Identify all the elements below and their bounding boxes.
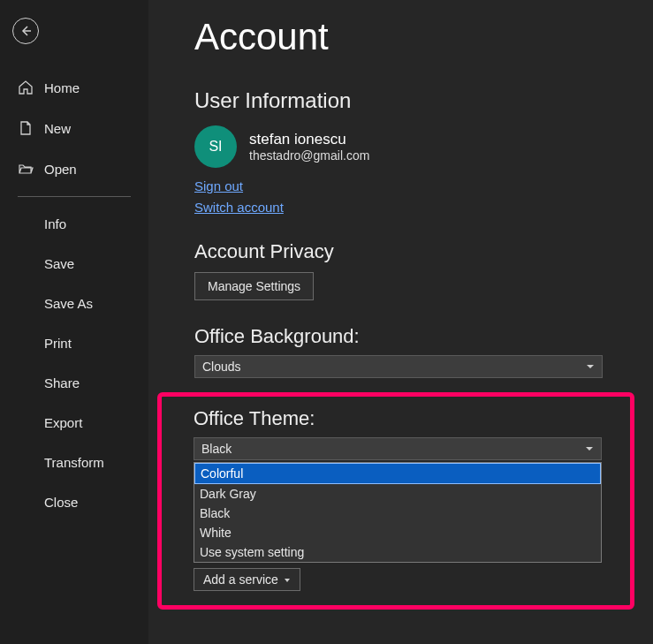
sidebar-item-label: Info xyxy=(44,216,66,231)
office-theme-options-list: Colorful Dark Gray Black White Use syste… xyxy=(194,462,602,563)
chevron-down-icon xyxy=(586,362,595,371)
office-background-dropdown[interactable]: Clouds xyxy=(194,355,603,378)
chevron-down-icon xyxy=(284,572,291,587)
sidebar-item-export[interactable]: Export xyxy=(0,403,148,443)
sign-out-link[interactable]: Sign out xyxy=(194,178,243,193)
main-content: Account User Information SI stefan iones… xyxy=(148,0,653,644)
sidebar-item-home[interactable]: Home xyxy=(0,67,148,108)
add-service-label: Add a service xyxy=(203,572,278,587)
back-arrow-icon xyxy=(19,24,33,38)
sidebar-item-new[interactable]: New xyxy=(0,108,148,148)
office-background-label: Office Background: xyxy=(194,325,653,348)
sidebar-item-transform[interactable]: Transform xyxy=(0,443,148,482)
sidebar-separator xyxy=(18,196,131,197)
sidebar-item-label: Share xyxy=(44,375,80,390)
office-theme-highlight: Office Theme: Black Colorful Dark Gray B… xyxy=(157,392,634,610)
sidebar-item-open[interactable]: Open xyxy=(0,148,148,189)
user-email: thestadro@gmail.com xyxy=(249,148,369,163)
sidebar-item-label: Save xyxy=(44,256,74,271)
theme-option-white[interactable]: White xyxy=(194,523,601,542)
office-theme-selected: Black xyxy=(201,442,232,456)
office-theme-dropdown[interactable]: Black xyxy=(194,437,602,460)
sidebar-item-share[interactable]: Share xyxy=(0,363,148,403)
chevron-down-icon xyxy=(585,444,594,453)
sidebar-item-save[interactable]: Save xyxy=(0,244,148,284)
sidebar-item-close[interactable]: Close xyxy=(0,482,148,522)
office-background-selected: Clouds xyxy=(202,360,241,374)
office-theme-label: Office Theme: xyxy=(194,407,616,430)
user-name: stefan ionescu xyxy=(249,131,369,148)
sidebar-item-label: Open xyxy=(44,162,77,177)
sidebar: Home New Open Info Save Save As Print xyxy=(0,0,148,644)
sidebar-item-label: Transform xyxy=(44,455,104,470)
avatar: SI xyxy=(194,125,237,168)
user-info-heading: User Information xyxy=(194,88,653,113)
sidebar-item-save-as[interactable]: Save As xyxy=(0,284,148,323)
manage-settings-button[interactable]: Manage Settings xyxy=(194,272,314,300)
switch-account-link[interactable]: Switch account xyxy=(194,200,284,215)
theme-option-dark-gray[interactable]: Dark Gray xyxy=(194,484,601,504)
theme-option-black[interactable]: Black xyxy=(194,504,601,523)
account-privacy-heading: Account Privacy xyxy=(194,240,653,263)
sidebar-item-label: Save As xyxy=(44,296,93,311)
sidebar-item-info[interactable]: Info xyxy=(0,204,148,244)
theme-option-system[interactable]: Use system setting xyxy=(194,542,601,562)
page-title: Account xyxy=(194,16,653,58)
add-service-button[interactable]: Add a service xyxy=(194,568,300,591)
office-background-section: Office Background: Clouds xyxy=(194,325,653,378)
sidebar-item-label: Close xyxy=(44,495,78,510)
sidebar-item-label: New xyxy=(44,121,71,136)
sidebar-item-print[interactable]: Print xyxy=(0,323,148,363)
sidebar-item-label: Home xyxy=(44,80,80,95)
document-icon xyxy=(18,120,34,136)
user-row: SI stefan ionescu thestadro@gmail.com xyxy=(194,125,653,168)
theme-option-colorful[interactable]: Colorful xyxy=(194,463,601,484)
sidebar-item-label: Export xyxy=(44,415,82,430)
account-privacy-section: Account Privacy Manage Settings xyxy=(194,240,653,300)
back-button[interactable] xyxy=(12,18,39,44)
sidebar-item-label: Print xyxy=(44,336,72,351)
home-icon xyxy=(18,80,34,95)
folder-open-icon xyxy=(18,161,34,177)
